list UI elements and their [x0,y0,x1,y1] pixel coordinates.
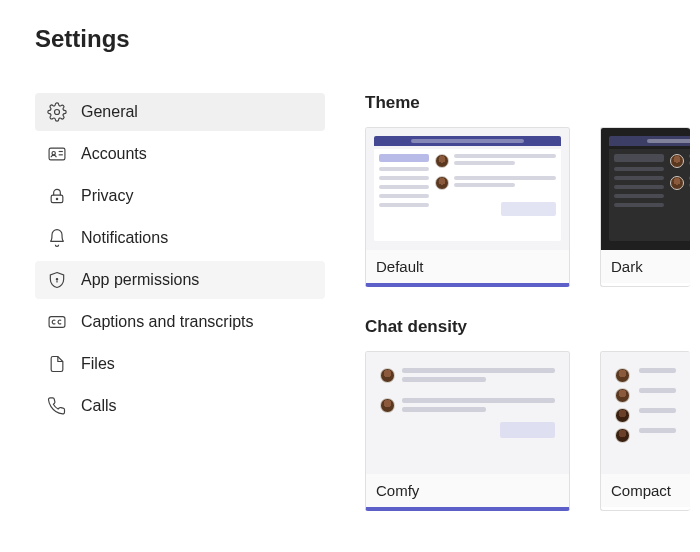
captions-icon [47,312,67,332]
sidebar-item-captions-transcripts[interactable]: Captions and transcripts [35,303,325,341]
chat-density-option-comfy[interactable]: Comfy [365,351,570,511]
phone-icon [47,396,67,416]
theme-option-dark[interactable]: Dark [600,127,690,287]
svg-point-0 [55,110,60,115]
chat-density-options: Comfy Compact [365,351,700,511]
chat-density-preview-compact [601,352,690,474]
svg-rect-9 [49,317,65,328]
theme-preview-dark [601,128,690,250]
sidebar-item-general[interactable]: General [35,93,325,131]
svg-point-6 [56,198,57,199]
chat-density-option-compact[interactable]: Compact [600,351,690,511]
file-icon [47,354,67,374]
sidebar-item-files[interactable]: Files [35,345,325,383]
shield-icon [47,270,67,290]
theme-option-default[interactable]: Default [365,127,570,287]
theme-option-label: Default [366,250,569,283]
sidebar-item-notifications[interactable]: Notifications [35,219,325,257]
settings-content: Theme Default [365,93,700,541]
bell-icon [47,228,67,248]
settings-layout: General Accounts Privacy Notifications A [35,93,700,541]
chat-density-section-title: Chat density [365,317,700,337]
svg-rect-1 [49,148,65,160]
lock-icon [47,186,67,206]
settings-sidebar: General Accounts Privacy Notifications A [35,93,325,541]
svg-point-2 [52,152,55,155]
svg-point-7 [56,279,57,280]
sidebar-item-label: Notifications [81,229,168,247]
page-title: Settings [35,25,700,53]
chat-density-option-label: Comfy [366,474,569,507]
sidebar-item-label: Accounts [81,145,147,163]
sidebar-item-label: Privacy [81,187,133,205]
sidebar-item-label: General [81,103,138,121]
account-card-icon [47,144,67,164]
sidebar-item-calls[interactable]: Calls [35,387,325,425]
chat-density-option-label: Compact [601,474,690,507]
sidebar-item-label: Captions and transcripts [81,313,254,331]
gear-icon [47,102,67,122]
theme-preview-default [366,128,569,250]
theme-section-title: Theme [365,93,700,113]
sidebar-item-app-permissions[interactable]: App permissions [35,261,325,299]
sidebar-item-accounts[interactable]: Accounts [35,135,325,173]
sidebar-item-privacy[interactable]: Privacy [35,177,325,215]
theme-option-label: Dark [601,250,690,283]
theme-options: Default Dark [365,127,700,287]
chat-density-preview-comfy [366,352,569,474]
sidebar-item-label: App permissions [81,271,199,289]
sidebar-item-label: Files [81,355,115,373]
sidebar-item-label: Calls [81,397,117,415]
